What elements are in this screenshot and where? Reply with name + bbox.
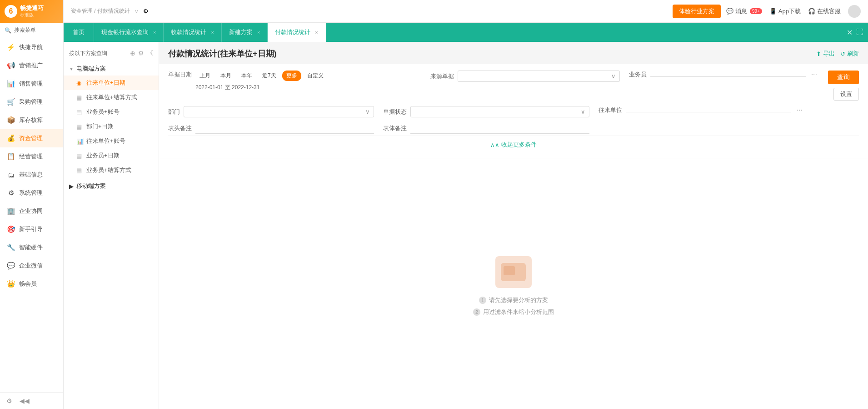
scheme-item-label: 往来单位+结算方式 [86,93,137,101]
marketing-icon: 📢 [6,61,15,70]
partner-dots-btn[interactable]: ··· [795,106,804,114]
voucher-status-label: 单据状态 [383,108,407,116]
search-menu[interactable]: 🔍 搜索菜单 [0,23,63,38]
table-head-note-input[interactable] [195,123,374,134]
btn-this_year[interactable]: 本年 [237,71,256,81]
sidebar-item-member[interactable]: 👑 畅会员 [0,275,63,293]
tab-payment_stats[interactable]: 付款情况统计 × [268,23,325,42]
query-btn[interactable]: 查询 [828,71,859,84]
scheme-item-staff_date[interactable]: ▤ 业务员+日期 [64,148,159,163]
pc-scheme-group-title[interactable]: ▼ 电脑端方案 [64,62,159,76]
sidebar-item-hardware[interactable]: 🔧 智能硬件 [0,238,63,257]
mobile-group-arrow: ▶ [69,183,74,190]
voucher-status-select[interactable]: ∨ [410,106,589,117]
tab-home[interactable]: 首页 [64,23,94,42]
sidebar-item-enterprise[interactable]: 🏢 企业协同 [0,202,63,220]
sidebar-item-label: 销售管理 [19,80,43,88]
export-btn[interactable]: ⬆ 导出 [816,50,835,58]
hardware-icon: 🔧 [6,243,15,252]
filter-area: 单据日期 上月 本月 本年 近7天 更多 自定义 2022-01-01 至 20… [159,64,868,158]
system-icon: ⚙ [6,188,15,197]
tab-receipt_stats[interactable]: 收款情况统计 × [164,23,221,42]
user-avatar[interactable] [848,5,861,18]
scheme-settings-btn[interactable]: ⚙ [138,50,144,57]
tab-cash_flow-close[interactable]: × [153,30,156,35]
expand-tab-btn[interactable]: ⛶ [856,28,863,36]
mobile-scheme-group-title[interactable]: ▶ 移动端方案 [64,179,159,193]
tab-receipt_stats-close[interactable]: × [211,30,214,35]
scheme-item-dept_date[interactable]: ▤ 部门+日期 [64,119,159,134]
filter-settings-btn[interactable]: 设置 [833,88,859,101]
left-panel: 按以下方案查询 ⊕ ⚙ 《 ▼ 电脑端方案 ◉ 往来单位+日期 ▤ 往来单位+结… [64,42,159,409]
topbar-gear-icon[interactable]: ⚙ [143,8,149,15]
tab-payment_stats-close[interactable]: × [315,30,318,35]
wechat-icon: 💬 [6,261,15,270]
sidebar-item-label: 企业微信 [19,262,43,270]
scheme-item-staff_account[interactable]: ▤ 业务员+账号 [64,105,159,119]
empty-state-icon [491,252,536,288]
enterprise-icon: 🏢 [6,207,15,216]
page-header-actions: ⬆ 导出 ↺ 刷新 [816,50,859,58]
btn-custom[interactable]: 自定义 [303,71,328,81]
collapse-panel-btn[interactable]: 《 [147,49,153,57]
table-body-note-input[interactable] [410,123,589,134]
collapse-sidebar-btn[interactable]: ◀◀ [20,397,30,404]
btn-this_month[interactable]: 本月 [216,71,235,81]
collapse-arrow-icon: ∧∧ [490,141,499,148]
sidebar-item-basic[interactable]: 🗂 基础信息 [0,166,63,184]
tab-cash_flow[interactable]: 现金银行流水查询 × [94,23,164,42]
app-download-action[interactable]: 📱 App下载 [769,7,801,15]
add-scheme-btn[interactable]: ⊕ [130,50,135,57]
source-doc-select[interactable]: ∨ [458,71,620,82]
tab-new_scheme-close[interactable]: × [257,30,260,35]
btn-more[interactable]: 更多 [282,71,301,81]
breadcrumb-chevron: ∨ [135,8,139,15]
sidebar-item-sales[interactable]: 📊 销售管理 [0,75,63,93]
sidebar-item-label: 营销推广 [19,61,43,70]
collapse-bar[interactable]: ∧∧ 收起更多条件 [168,136,859,153]
btn-last_month[interactable]: 上月 [195,71,215,81]
app-logo: 6 畅捷通巧 标准版 [0,0,63,23]
dept-select[interactable]: ∨ [184,106,374,117]
app-download-label: App下载 [778,7,801,15]
trial-btn[interactable]: 体验行业方案 [673,5,721,18]
scheme-item-staff_settle[interactable]: ▤ 业务员+结算方式 [64,163,159,177]
sidebar-item-label: 采购管理 [19,98,43,106]
voucher-date-label: 单据日期 [168,71,192,79]
sidebar-item-label: 快捷导航 [19,43,43,51]
partner-select[interactable] [626,108,791,112]
sidebar-item-label: 畅会员 [19,280,37,288]
sidebar-item-inventory[interactable]: 📦 库存核算 [0,111,63,129]
inventory-icon: 📦 [6,116,15,125]
sidebar-item-purchase[interactable]: 🛒 采购管理 [0,93,63,111]
staff-select[interactable] [650,73,805,77]
scheme-item-partner_account[interactable]: 📊 往来单位+账号 [64,134,159,148]
sidebar-item-marketing[interactable]: 📢 营销推广 [0,56,63,75]
sidebar-item-wechat[interactable]: 💬 企业微信 [0,257,63,275]
scheme-icon: ▤ [76,167,84,174]
refresh-btn[interactable]: ↺ 刷新 [840,50,859,58]
close-all-tabs-btn[interactable]: ✕ [847,28,853,37]
sidebar-item-guide[interactable]: 🎯 新手引导 [0,220,63,238]
sidebar-item-system[interactable]: ⚙ 系统管理 [0,184,63,202]
sidebar-item-operation[interactable]: 📋 经营管理 [0,147,63,166]
page-title: 付款情况统计(往来单位+日期) [168,48,277,59]
messages-action[interactable]: 💬 消息 99+ [726,7,762,15]
settings-footer-btn[interactable]: ⚙ [6,397,12,404]
table-body-note-label: 表体备注 [383,124,407,132]
sales-icon: 📊 [6,79,15,88]
sidebar-item-quick_nav[interactable]: ⚡ 快捷导航 [0,38,63,56]
scheme-item-partner_settle[interactable]: ▤ 往来单位+结算方式 [64,90,159,105]
sidebar-item-label: 基础信息 [19,171,43,179]
operation-icon: 📋 [6,152,15,161]
pc-scheme-group: ▼ 电脑端方案 ◉ 往来单位+日期 ▤ 往来单位+结算方式 ▤ 业务员+账号 ▤ [64,62,159,177]
mobile-group-label: 移动端方案 [76,182,106,190]
online-service-action[interactable]: 🎧 在线客服 [808,7,841,15]
filter-row-3: 表头备注 表体备注 [168,123,859,134]
btn-last7days[interactable]: 近7天 [258,71,280,81]
staff-dots-btn[interactable]: ··· [809,71,819,79]
search-menu-label: 搜索菜单 [14,26,36,34]
sidebar-item-finance[interactable]: 💰 资金管理 [0,129,63,147]
tab-new_scheme[interactable]: 新建方案 × [222,23,268,42]
scheme-item-partner_date[interactable]: ◉ 往来单位+日期 [64,76,159,90]
